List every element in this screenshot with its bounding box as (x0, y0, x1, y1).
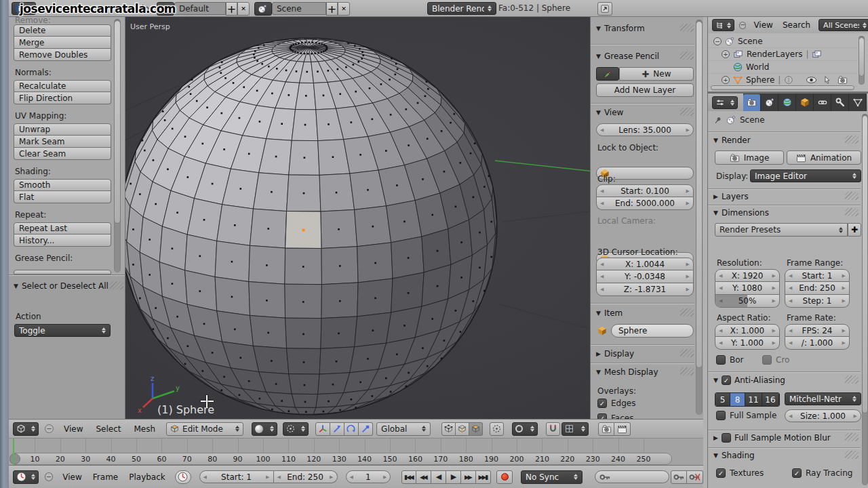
close-layout-button[interactable]: ✕ (237, 2, 250, 16)
slider-left-arrow[interactable]: ◀ (719, 285, 722, 291)
menu-search[interactable]: Search (783, 20, 810, 30)
aspect-field-1[interactable]: ◀Y: 1.000▶ (715, 337, 780, 350)
raytracing-checkbox[interactable]: ✓ (792, 468, 802, 478)
keying-set-field[interactable] (595, 470, 669, 483)
render-engine-select[interactable]: Blender Render (427, 2, 496, 15)
frame-rate-field-0[interactable]: ◀FPS: 24▶ (785, 324, 850, 337)
slider-right-arrow[interactable]: ▶ (842, 298, 846, 304)
border-checkbox-row[interactable]: Bor (716, 355, 744, 365)
shelf-button-history-[interactable]: History... (14, 235, 111, 247)
resolution-field-1[interactable]: ◀Y: 1080▶ (715, 282, 780, 295)
panel-grip[interactable] (680, 367, 694, 375)
menu-frame[interactable]: Frame (93, 472, 118, 482)
border-checkbox[interactable] (716, 355, 726, 365)
slider-left-arrow[interactable]: ◀ (719, 328, 722, 333)
slider-left-arrow[interactable]: ◀ (600, 274, 604, 279)
collapse-menus-icon[interactable]: − (45, 472, 54, 481)
shelf-button-flat[interactable]: Flat (14, 191, 111, 203)
shelf-button-remove-doubles[interactable]: Remove Doubles (14, 49, 111, 61)
slider-left-arrow[interactable]: ◀ (789, 413, 792, 419)
tab-modifiers[interactable] (831, 94, 849, 111)
next-keyframe-button[interactable]: ▶▶ (461, 470, 476, 484)
shelf-button-smooth[interactable]: Smooth (14, 179, 111, 191)
slider-left-arrow[interactable]: ◀ (789, 273, 792, 279)
collapse-menus-icon[interactable]: − (45, 424, 54, 433)
expand-icon[interactable]: + (722, 76, 730, 84)
slider-right-arrow[interactable]: ▶ (842, 273, 846, 279)
record-button[interactable] (496, 470, 513, 484)
panel-grip[interactable] (845, 136, 859, 144)
slider-right-arrow[interactable]: ▶ (842, 340, 846, 346)
properties-scrollbar-thumb[interactable] (862, 115, 868, 413)
transform-panel-header[interactable]: ▼ Transform (596, 24, 645, 33)
slider-left-arrow[interactable]: ◀ (789, 340, 792, 346)
item-panel-header[interactable]: ▼ Item (596, 308, 623, 318)
slider-left-arrow[interactable]: ◀ (600, 188, 604, 194)
expand-icon[interactable]: + (722, 50, 730, 58)
shelf-button-clipped[interactable] (14, 270, 111, 274)
add-preset-button[interactable]: ✚ (848, 223, 861, 237)
menu-view[interactable]: View (753, 20, 772, 30)
slider-right-arrow[interactable]: ▶ (686, 127, 690, 133)
editor-type-selector[interactable] (13, 470, 39, 484)
slider-left-arrow[interactable]: ◀ (600, 201, 604, 206)
full-sample-checkbox-row[interactable]: Full Sample (716, 411, 776, 420)
clip-field-0[interactable]: ◀Start: 0.100▶ (596, 184, 694, 197)
jump-to-start-button[interactable]: ▮◀◀ (401, 470, 416, 484)
shelf-button-clear-seam[interactable]: Clear Seam (14, 148, 111, 160)
tab-data[interactable] (849, 94, 867, 111)
mesh-display-panel-header[interactable]: ▼ Mesh Display (596, 367, 658, 377)
slider-right-arrow[interactable]: ▶ (772, 340, 776, 346)
grease-pencil-draw-button[interactable] (596, 67, 619, 81)
lens-slider[interactable]: ◀ Lens: 35.000 ▶ (596, 123, 694, 136)
render-display-select[interactable]: Image Editor (750, 169, 861, 182)
faces-checkbox-row[interactable]: ✓ Faces (597, 413, 633, 419)
panel-grip[interactable] (845, 451, 859, 459)
shelf-button-merge[interactable]: Merge (14, 37, 111, 49)
slider-left-arrow[interactable]: ◀ (600, 127, 604, 133)
sphere-mesh[interactable] (125, 38, 497, 415)
clip-field-1[interactable]: ◀End: 5000.000▶ (596, 197, 694, 210)
frame-range-field-1[interactable]: ◀End: 250▶ (785, 282, 850, 295)
crop-checkbox-row[interactable]: Cro (762, 355, 789, 365)
slider-right-arrow[interactable]: ▶ (383, 474, 387, 480)
full-sample-checkbox[interactable] (716, 411, 726, 420)
panel-grip[interactable] (680, 308, 694, 317)
slider-right-arrow[interactable]: ▶ (686, 188, 690, 194)
slider-right-arrow[interactable]: ▶ (686, 274, 690, 279)
scenes-filter-select[interactable]: All Scenes (818, 19, 868, 31)
outliner-hscrollbar[interactable] (711, 85, 854, 90)
render-image-button[interactable]: Image (715, 150, 784, 165)
render-panel-header[interactable]: ▼ Render (713, 136, 751, 145)
current-frame-field[interactable]: ◀ 1 ▶ (346, 470, 391, 483)
panel-grip[interactable] (680, 52, 694, 60)
tab-constraints[interactable] (814, 94, 831, 111)
frame-range-field-0[interactable]: ◀Start: 1▶ (785, 269, 850, 282)
play-button[interactable]: ▶ (446, 470, 461, 484)
collapse-menus-icon[interactable]: − (739, 22, 746, 29)
aa-samples-11[interactable]: 11 (745, 393, 762, 406)
manipulator-translate-button[interactable] (330, 422, 344, 436)
edge-select-button[interactable] (456, 422, 469, 436)
shelf-button-repeat-last[interactable]: Repeat Last (14, 222, 111, 235)
crop-checkbox[interactable] (762, 355, 772, 365)
scene-field[interactable]: Scene (272, 2, 326, 15)
menu-view[interactable]: View (64, 424, 83, 434)
window-duplicate-button[interactable] (597, 2, 612, 16)
tab-object[interactable] (796, 94, 814, 111)
resolution-field-2[interactable]: ◀50%▶ (715, 295, 780, 308)
slider-right-arrow[interactable]: ▶ (842, 285, 846, 291)
outliner-row-world[interactable]: World (708, 61, 857, 74)
ptr-icon[interactable] (823, 75, 831, 85)
motion-blur-checkbox[interactable] (722, 433, 731, 443)
aa-samples-8[interactable]: 8 (730, 393, 745, 406)
screen-layout-field[interactable]: Default (174, 2, 226, 15)
tab-render[interactable] (743, 94, 761, 111)
dimensions-panel-header[interactable]: ▼ Dimensions (713, 208, 769, 218)
panel-grip[interactable] (680, 349, 694, 357)
grease-pencil-new-button[interactable]: ✚ New (619, 67, 694, 81)
limit-to-visible-button[interactable] (490, 422, 504, 436)
aspect-field-0[interactable]: ◀X: 1.000▶ (715, 324, 780, 337)
shelf-button-recalculate[interactable]: Recalculate (14, 80, 111, 92)
pin-icon[interactable] (713, 116, 722, 125)
